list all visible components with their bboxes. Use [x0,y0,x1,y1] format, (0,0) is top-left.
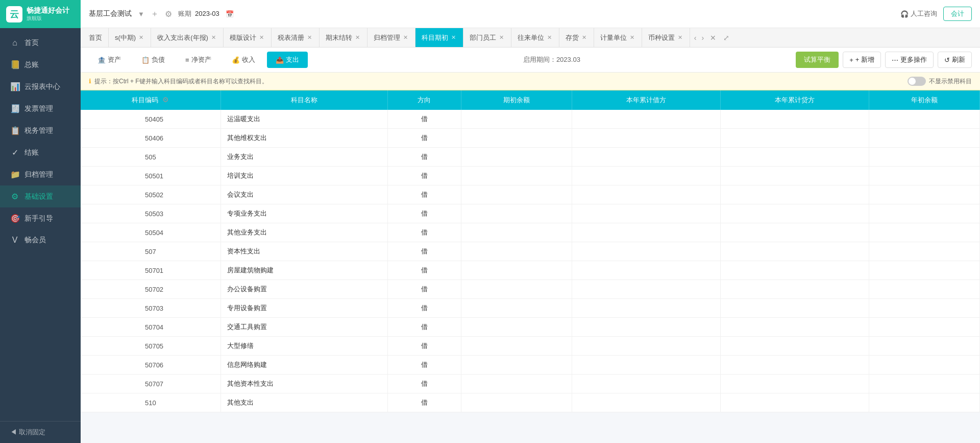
tab-close-unit[interactable]: ✕ [629,34,635,41]
subtab-income[interactable]: 💰收入 [223,52,264,68]
sidebar-item-settings[interactable]: ⚙基础设置 [0,185,81,207]
sidebar-item-member[interactable]: V畅会员 [0,229,81,251]
tab-close-subject_init[interactable]: ✕ [450,34,457,41]
account-button[interactable]: 会计 [943,7,972,21]
refresh-button[interactable]: ↺ 刷新 [938,52,972,68]
add-button[interactable]: + + 新增 [843,52,881,68]
tab-subject_init[interactable]: 科目期初✕ [415,28,463,48]
sidebar-item-tax[interactable]: 📋税务管理 [0,120,81,142]
more-button[interactable]: ⋯ 更多操作 [885,52,934,68]
table-row[interactable]: 50504 其他业务支出 借 [81,223,980,242]
service-button[interactable]: 🎧 人工咨询 [900,9,937,18]
cell-direction-5: 借 [388,204,461,223]
tab-currency[interactable]: 币种设置✕ [642,28,690,48]
tab-close-all-icon[interactable]: ✕ [707,33,719,43]
tab-template[interactable]: 模版设计✕ [224,28,272,48]
disabled-toggle[interactable] [908,77,926,86]
app-name: 畅捷通好会计 [27,6,69,15]
sidebar-item-invoice[interactable]: 🧾发票管理 [0,98,81,120]
table-row[interactable]: 50502 会议支出 借 [81,185,980,204]
subtab-net_asset[interactable]: ≡净资产 [177,52,220,68]
table-row[interactable]: 50702 办公设备购置 借 [81,280,980,299]
tab-scroll-right-icon[interactable]: › [700,33,706,43]
tab-scroll-left-icon[interactable]: ‹ [692,33,699,43]
sidebar-item-report[interactable]: 📊云报表中心 [0,76,81,98]
cell-name-15: 其他支出 [220,393,387,412]
topbar-right: 🎧 人工咨询 会计 [900,7,972,21]
tab-home[interactable]: 首页 [83,28,109,48]
tab-expand-icon[interactable]: ⤢ [720,33,732,43]
tab-close-archive[interactable]: ✕ [402,34,409,41]
subtab-label-income: 收入 [242,55,255,64]
table-row[interactable]: 507 资本性支出 借 [81,242,980,261]
cell-ytd-credit-13 [720,356,869,375]
subtab-label-net_asset: 净资产 [191,55,211,64]
hint-text: 提示：按Ctrl + F键并输入科目编码或者科目名称可以查找科目。 [94,77,268,86]
cell-period-balance-1 [461,129,572,148]
tab-tax[interactable]: 税表清册✕ [272,28,320,48]
table-row[interactable]: 510 其他支出 借 [81,393,980,412]
tab-period[interactable]: s(中期)✕ [109,28,151,48]
cell-ytd-debit-9 [572,280,721,299]
sidebar-collapse-button[interactable]: ◀ 取消固定 [0,421,81,443]
sidebar-item-guide[interactable]: 🎯新手引导 [0,207,81,229]
cell-period-balance-10 [461,299,572,318]
table-scroll[interactable]: 科目编码 ⚙科目名称方向期初余额本年累计借方本年累计贷方年初余额 50405 运… [81,90,980,443]
cell-code-13: 50706 [81,356,220,375]
col-header-0: 科目编码 ⚙ [81,90,220,110]
tab-close-template[interactable]: ✕ [258,34,265,41]
table-row[interactable]: 50706 信息网络购建 借 [81,356,980,375]
sidebar-item-home[interactable]: ⌂首页 [0,32,81,54]
cell-name-2: 业务支出 [220,148,387,167]
table-row[interactable]: 505 业务支出 借 [81,148,980,167]
table-row[interactable]: 50405 运温暖支出 借 [81,110,980,129]
table-row[interactable]: 50704 交通工具购置 借 [81,318,980,337]
add-workspace-icon[interactable]: ＋ [151,9,159,19]
nav-label-ledger: 总账 [24,60,39,69]
tab-close-period[interactable]: ✕ [138,34,144,41]
subtab-label-asset: 资产 [108,55,121,64]
tab-close-currency[interactable]: ✕ [677,34,683,41]
table-row[interactable]: 50701 房屋建筑物购建 借 [81,261,980,280]
workspace-settings-icon[interactable]: ⚙ [165,9,172,19]
table-row[interactable]: 50705 大型修缮 借 [81,337,980,356]
table-row[interactable]: 50406 其他维权支出 借 [81,129,980,148]
column-settings-icon[interactable]: ⚙ [162,96,169,104]
table-row[interactable]: 50501 培训支出 借 [81,167,980,185]
table-row[interactable]: 50503 专项业务支出 借 [81,204,980,223]
page-content: 🏦资产📋负债≡净资产💰收入📤支出 启用期间：2023.03 试算平衡 + + 新… [81,48,980,443]
table-row[interactable]: 50707 其他资本性支出 借 [81,375,980,393]
subtab-liability[interactable]: 📋负债 [133,52,174,68]
nav-label-guide: 新手引导 [24,214,53,223]
tab-income[interactable]: 收入支出表(年报)✕ [151,28,224,48]
tab-dept[interactable]: 部门员工✕ [463,28,511,48]
app-edition: 旗舰版 [27,15,69,22]
period-value: 2023-03 [195,10,219,17]
tab-inventory[interactable]: 存货✕ [559,28,594,48]
sidebar-item-ledger[interactable]: 📒总账 [0,54,81,76]
nav-label-home: 首页 [24,38,39,48]
tab-close-dept[interactable]: ✕ [498,34,505,41]
sidebar-item-archive[interactable]: 📁归档管理 [0,164,81,185]
company-dropdown-icon[interactable]: ▼ [138,10,144,18]
cell-period-balance-4 [461,185,572,204]
tab-unit[interactable]: 计量单位✕ [594,28,642,48]
tab-close-tax[interactable]: ✕ [306,34,313,41]
balance-button[interactable]: 试算平衡 [796,52,839,68]
cell-name-14: 其他资本性支出 [220,375,387,393]
tab-customer[interactable]: 往来单位✕ [511,28,559,48]
calendar-icon[interactable]: 📅 [226,10,234,18]
tab-label-income: 收入支出表(年报) [157,33,208,42]
tab-close-period_end[interactable]: ✕ [354,34,361,41]
table-row[interactable]: 50703 专用设备购置 借 [81,299,980,318]
tab-close-customer[interactable]: ✕ [546,34,553,41]
tab-close-income[interactable]: ✕ [210,34,217,41]
tab-close-inventory[interactable]: ✕ [581,34,587,41]
sidebar-item-settle[interactable]: ✓结账 [0,142,81,164]
subtab-asset[interactable]: 🏦资产 [89,52,130,68]
tab-label-inventory: 存货 [566,33,579,42]
tab-period_end[interactable]: 期末结转✕ [320,28,368,48]
cell-ytd-debit-5 [572,204,721,223]
tab-archive[interactable]: 归档管理✕ [368,28,415,48]
subtab-expense[interactable]: 📤支出 [267,52,308,68]
